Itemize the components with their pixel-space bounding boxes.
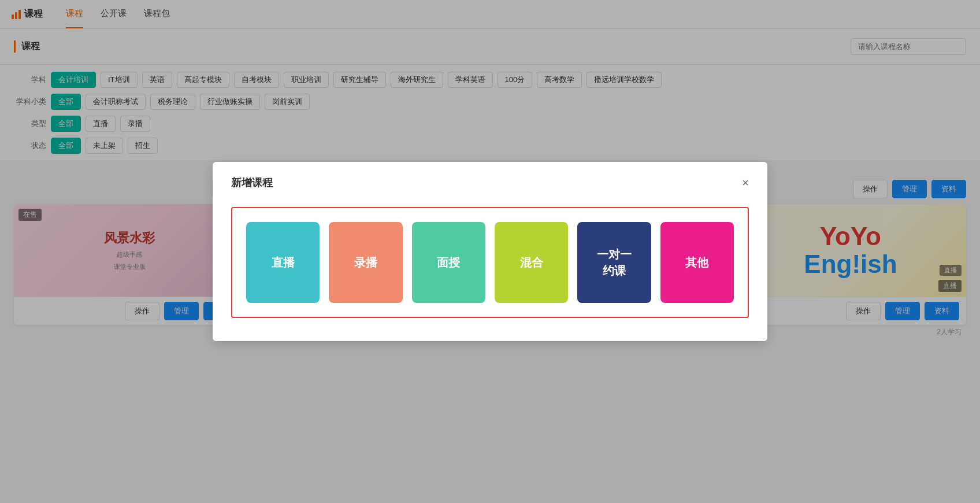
course-type-one-on-one[interactable]: 一对一 约课	[577, 222, 651, 303]
course-type-other-label: 其他	[685, 254, 708, 271]
course-type-recorded[interactable]: 录播	[329, 222, 402, 303]
course-type-offline-label: 面授	[437, 254, 460, 271]
course-type-mixed-label: 混合	[520, 254, 543, 271]
modal-close-button[interactable]: ×	[742, 177, 749, 188]
course-type-other[interactable]: 其他	[660, 222, 734, 303]
course-type-mixed[interactable]: 混合	[495, 222, 568, 303]
course-type-grid: 直播 录播 面授 混合 一对一 约课 其他	[231, 207, 749, 318]
course-type-one-on-one-label: 一对一 约课	[597, 246, 632, 279]
course-type-recorded-label: 录播	[354, 254, 377, 271]
new-course-modal: 新增课程 × 直播 录播 面授 混合 一对一 约课 其他	[213, 162, 767, 341]
course-type-live-label: 直播	[272, 254, 295, 271]
course-type-live[interactable]: 直播	[246, 222, 320, 303]
modal-title: 新增课程	[231, 176, 273, 190]
modal-header: 新增课程 ×	[231, 176, 749, 190]
modal-overlay[interactable]: 新增课程 × 直播 录播 面授 混合 一对一 约课 其他	[0, 0, 980, 503]
course-type-offline[interactable]: 面授	[412, 222, 485, 303]
